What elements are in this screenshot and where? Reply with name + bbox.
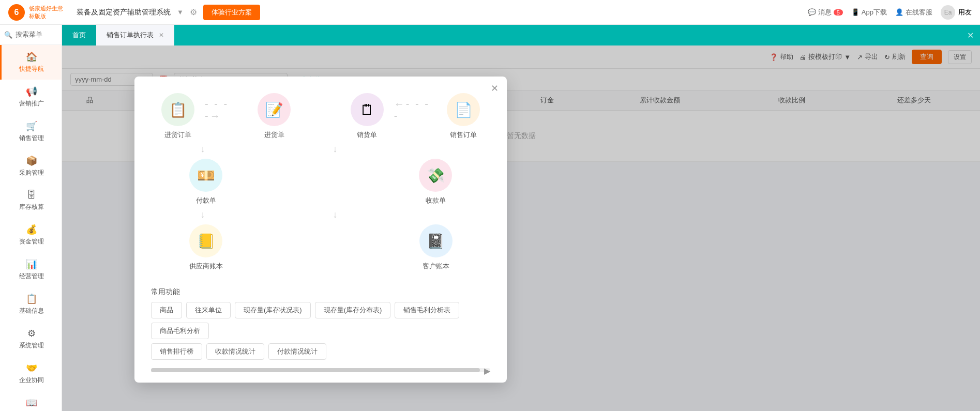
flow-node-purchase-receipt[interactable]: 📝 进货单 [258,93,291,140]
purchase-order-label: 进货订单 [164,130,191,140]
sidebar-item-enterprise[interactable]: 🤝 企业协同 [0,356,62,391]
spacer2 [254,144,283,155]
sidebar-item-finance[interactable]: 💰 资金管理 [0,218,62,252]
modal-scrollbar[interactable]: ▶ [151,368,490,372]
common-functions-section: 常用功能 商品 往来单位 现存量(库存状况表) 现存量(库存分布表) 销售毛利分… [151,287,490,360]
payment-slip-circle: 💴 [189,159,222,192]
sidebar: 🔍 搜索菜单 🏠 快捷导航 📢 营销推广 🛒 销售管理 📦 采购管理 🗄 [0,25,62,411]
supplier-ledger-label: 供应商账本 [189,262,223,271]
flow-bottom-row: 📒 供应商账本 📓 客户账本 [179,220,463,275]
purchase-receipt-circle: 📝 [258,93,291,126]
message-button[interactable]: 💬 消息 5 [808,8,843,17]
newbie-icon: 📖 [26,397,37,408]
flow-node-receipt-slip[interactable]: 💸 收款单 [419,159,452,205]
avatar: Ea [941,5,955,20]
settings-icon[interactable]: ⚙ [190,7,197,17]
online-service-button[interactable]: 👤 在线客服 [895,8,932,17]
inventory-icon: 🗄 [27,190,36,201]
sidebar-item-operations[interactable]: 📊 经营管理 [0,252,62,287]
tab-sales-order-exec[interactable]: 销售订单执行表 ✕ [96,25,174,45]
flow-node-purchase-order[interactable]: 📋 进货订单 [161,93,194,140]
sidebar-item-purchase[interactable]: 📦 采购管理 [0,149,62,184]
service-icon: 👤 [895,8,903,16]
flow-node-sales-order[interactable]: 📄 销售订单 [447,93,480,140]
func-btn-stock-dist[interactable]: 现存量(库存分布表) [315,302,391,318]
app-download-button[interactable]: 📱 App下载 [851,8,887,17]
common-functions-title: 常用功能 [151,287,490,297]
dropdown-icon[interactable]: ▼ [177,8,184,16]
sales-receipt-label: 销货单 [357,130,377,140]
flow-mid-row: 💴 付款单 💸 收款单 [179,155,462,209]
marketing-icon: 📢 [26,86,37,97]
search-icon: 🔍 [4,31,12,39]
sales-order-label: 销售订单 [450,130,477,140]
supplier-ledger-circle: 📒 [189,224,222,257]
modal-overlay[interactable]: ✕ 📋 进货订单 [62,45,980,411]
arrow-down-4: ↓ [283,209,387,220]
close-all-button[interactable]: ✕ [961,25,980,45]
arrow-down-2: ↓ [283,144,387,155]
func-btn-partner[interactable]: 往来单位 [186,302,231,318]
arrow-row: ↓ ↓ [151,144,490,155]
tab-bar: 首页 销售订单执行表 ✕ ✕ [62,25,980,45]
func-btn-payment-stats[interactable]: 付款情况统计 [268,343,326,360]
top-bar-actions: 💬 消息 5 📱 App下载 👤 在线客服 Ea 用友 [808,5,972,20]
spacer5 [387,209,490,220]
flow-left-col: 📋 进货订单 - - - -→ 📝 进货单 [151,89,490,275]
operations-icon: 📊 [26,258,37,270]
sidebar-item-system[interactable]: ⚙ 系统管理 [0,322,62,356]
modal-box: ✕ 📋 进货订单 [134,77,507,383]
payment-slip-label: 付款单 [196,196,216,205]
scrollbar-thumb [151,368,480,372]
purchase-icon: 📦 [26,155,37,166]
receipt-slip-circle: 💸 [419,159,452,192]
customer-ledger-label: 客户账本 [423,262,449,271]
arrow-1: - - - -→ [205,98,247,122]
arrow-2: ←- - - - [394,98,436,122]
try-plan-button[interactable]: 体验行业方案 [203,5,260,20]
flow-node-customer-ledger[interactable]: 📓 客户账本 [419,224,453,271]
basics-icon: 📋 [26,293,37,305]
func-btn-sales-gross-analysis[interactable]: 销售毛利分析表 [395,302,459,318]
finance-icon: 💰 [26,224,37,235]
system-icon: ⚙ [27,328,36,339]
func-btn-sales-ranking[interactable]: 销售排行榜 [151,343,202,360]
function-buttons-row2: 销售排行榜 收款情况统计 付款情况统计 [151,343,490,360]
search-menu-button[interactable]: 🔍 搜索菜单 [0,25,62,45]
content-area: 首页 销售订单执行表 ✕ ✕ ❓ 帮助 🖨 [62,25,980,411]
message-badge: 5 [834,9,843,16]
sidebar-item-inventory[interactable]: 🗄 库存核算 [0,184,62,218]
download-icon: 📱 [851,8,860,16]
sidebar-item-sales[interactable]: 🛒 销售管理 [0,114,62,149]
system-title: 装备及固定资产辅助管理系统 [77,8,171,17]
receipt-slip-label: 收款单 [426,196,446,205]
flow-node-sales-receipt[interactable]: 🗒 销货单 [351,93,384,140]
func-btn-stock-status[interactable]: 现存量(库存状况表) [235,302,311,318]
sidebar-item-marketing[interactable]: 📢 营销推广 [0,80,62,114]
sidebar-item-quick-nav[interactable]: 🏠 快捷导航 [0,45,62,80]
purchase-receipt-label: 进货单 [264,130,284,140]
user-area[interactable]: Ea 用友 [941,5,972,20]
arrow-down-3: ↓ [151,209,254,220]
arrow-row-2: ↓ ↓ [151,209,490,220]
modal-close-button[interactable]: ✕ [491,83,499,94]
logo-icon: 6 [8,4,25,21]
function-buttons: 商品 往来单位 现存量(库存状况表) 现存量(库存分布表) 销售毛利分析表 商品… [151,302,490,339]
flow-top-row: 📋 进货订单 - - - -→ 📝 进货单 [151,89,490,144]
func-btn-product-gross-analysis[interactable]: 商品毛利分析 [151,323,209,339]
sales-icon: 🛒 [26,120,37,132]
func-btn-product[interactable]: 商品 [151,302,182,318]
func-btn-receipt-stats[interactable]: 收款情况统计 [206,343,264,360]
flow-node-payment-slip[interactable]: 💴 付款单 [189,159,222,205]
spacer3 [387,144,490,155]
sidebar-item-basics[interactable]: 📋 基础信息 [0,287,62,322]
tab-close-icon[interactable]: ✕ [159,32,164,39]
scroll-right-arrow[interactable]: ▶ [484,366,490,376]
logo-area: 6 畅康通好生意 标版版 [8,4,70,21]
home-icon: 🏠 [26,51,37,63]
tab-home[interactable]: 首页 [62,25,96,45]
flow-node-supplier-ledger[interactable]: 📒 供应商账本 [189,224,223,271]
top-bar-left: 6 畅康通好生意 标版版 装备及固定资产辅助管理系统 ▼ ⚙ 体验行业方案 [8,4,260,21]
sidebar-item-newbie[interactable]: 📖 新手引导 [0,391,62,411]
main-content: 🔍 搜索菜单 🏠 快捷导航 📢 营销推广 🛒 销售管理 📦 采购管理 🗄 [0,25,980,411]
